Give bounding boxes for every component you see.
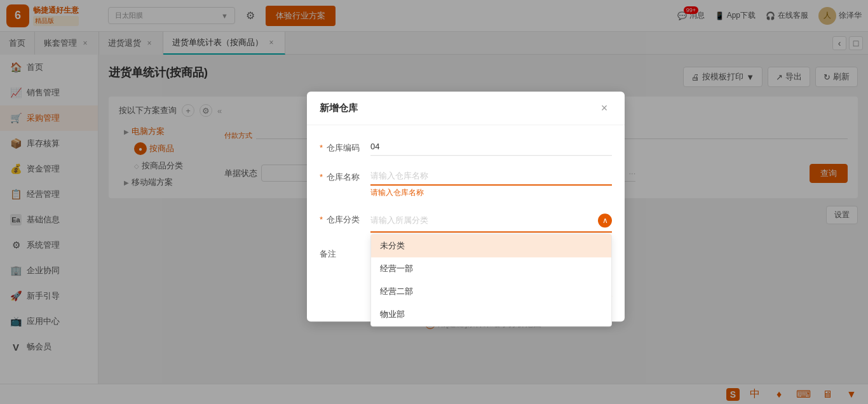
modal-header: 新增仓库 × <box>307 91 625 125</box>
category-select[interactable]: 请输入所属分类 ∧ <box>370 210 612 232</box>
name-field-row: * 仓库名称 请输入仓库名称 <box>320 167 612 198</box>
category-input-wrap: 请输入所属分类 ∧ 未分类 经营一部 经营二部 物业部 <box>370 210 612 232</box>
category-dropdown: 未分类 经营一部 经营二部 物业部 <box>370 234 612 327</box>
category-field-row: * 仓库分类 请输入所属分类 ∧ 未分类 经营一部 经营二部 物业部 <box>320 210 612 232</box>
code-field-row: * 仓库编码 <box>320 138 612 156</box>
dropdown-item-property[interactable]: 物业部 <box>371 303 611 326</box>
modal-close-button[interactable]: × <box>597 100 612 116</box>
category-label: * 仓库分类 <box>320 210 370 226</box>
name-input-wrap: 请输入仓库名称 <box>370 167 612 198</box>
dropdown-item-dept2[interactable]: 经营二部 <box>371 280 611 303</box>
name-label: * 仓库名称 <box>320 167 370 183</box>
modal-title: 新增仓库 <box>320 102 358 114</box>
code-input-wrap <box>370 138 612 156</box>
note-label: 备注 <box>320 244 370 260</box>
dropdown-item-unclassified[interactable]: 未分类 <box>371 234 611 257</box>
new-warehouse-modal: 新增仓库 × * 仓库编码 * 仓库名称 请输入仓库名称 <box>307 91 625 321</box>
category-toggle-icon[interactable]: ∧ <box>598 213 612 227</box>
code-input[interactable] <box>370 138 612 156</box>
name-error-msg: 请输入仓库名称 <box>370 187 612 198</box>
name-input[interactable] <box>370 167 612 185</box>
modal-body: * 仓库编码 * 仓库名称 请输入仓库名称 * 仓库分类 <box>307 125 625 286</box>
code-label: * 仓库编码 <box>320 138 370 154</box>
dropdown-item-dept1[interactable]: 经营一部 <box>371 257 611 280</box>
